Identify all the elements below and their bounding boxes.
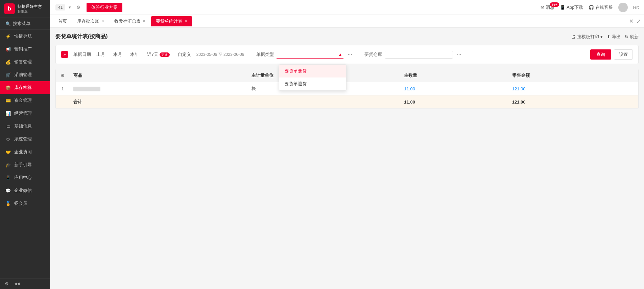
print-btn[interactable]: 🖨 按模板打印 ▾ [571, 34, 603, 40]
refresh-btn[interactable]: ↻ 刷新 [625, 34, 639, 40]
header-dropdown-icon[interactable]: ▾ [69, 5, 71, 10]
sidebar-item-sales[interactable]: 💰 销售管理 [0, 55, 50, 68]
search-icon: 🔍 [5, 21, 11, 26]
user-avatar[interactable] [618, 3, 628, 12]
print-chevron[interactable]: ▾ [600, 34, 603, 39]
tab-label: 要货单统计表 [156, 18, 182, 24]
expand-icon: » [64, 52, 66, 57]
filter-expand-btn[interactable]: » [61, 51, 68, 58]
sidebar-item-collab[interactable]: 🤝 企业协同 [0, 146, 50, 158]
member-icon: 🏅 [5, 201, 11, 206]
refresh-icon: ↻ [625, 34, 628, 39]
collab-icon: 🤝 [5, 150, 11, 155]
date-btn-thismonth[interactable]: 本月 [111, 50, 125, 59]
search-label: 搜索菜单 [13, 21, 30, 27]
system-icon: ⚙ [5, 137, 11, 142]
sidebar-item-finance[interactable]: 💳 资金管理 [0, 94, 50, 107]
marketing-icon: 📢 [5, 47, 11, 52]
tab-expand-icon[interactable]: ⤢ [636, 18, 641, 24]
sidebar-label: 采购管理 [14, 72, 32, 78]
date-label: 单据日期 [73, 51, 91, 58]
warehouse-input[interactable] [385, 51, 453, 59]
header: 41 ▾ ⚙ 体验行业方案 ✉ 消息 99+ 📱 App下载 🎧 在线客服 Ri… [50, 0, 644, 15]
tab-label: 库存批次账 [77, 18, 99, 24]
sidebar-label: 系统管理 [14, 136, 32, 142]
sidebar-item-ops[interactable]: 📊 经营管理 [0, 107, 50, 120]
sidebar-item-member[interactable]: 🏅 畅会员 [0, 197, 50, 210]
type-filter-group: 单据类型 ▲ ··· [256, 51, 352, 59]
sidebar-label: 销售管理 [14, 59, 32, 65]
purchase-icon: 🛒 [5, 72, 11, 77]
sidebar-label: 企业协同 [14, 149, 32, 155]
settings-icon[interactable]: ⚙ [5, 281, 9, 286]
logo-icon: b [4, 3, 15, 14]
col-amount: 零售金额 [508, 69, 638, 82]
table-footer-row: 合计 11.00 121.00 [56, 95, 638, 109]
version-num: 41 [58, 5, 63, 10]
sidebar-label: 企业微信 [14, 187, 32, 194]
sidebar-label: 经营管理 [14, 110, 32, 116]
sidebar-item-quicknav[interactable]: ⚡ 快捷导航 [0, 30, 50, 43]
tab-close-icon[interactable]: ✕ [101, 19, 104, 23]
date-filter-group: 单据日期 上月 本月 本年 近7天 更多 自定义 2023-05-06 至 20… [73, 50, 244, 59]
table-row: 1 块 11.00 121.00 [56, 82, 638, 95]
tab-close-all-icon[interactable]: ✕ [629, 18, 634, 24]
data-table: ⚙ 商品 主计量单位 主数量 零售金额 1 块 [56, 69, 638, 109]
industry-btn[interactable]: 体验行业方案 [87, 3, 122, 12]
tab-close-icon[interactable]: ✕ [143, 19, 146, 23]
msg-badge: 99+ [550, 2, 559, 7]
tab-close-active-icon[interactable]: ✕ [184, 19, 187, 23]
footer-amount: 121.00 [508, 95, 638, 109]
tab-home[interactable]: 首页 [53, 16, 72, 26]
main-content: 41 ▾ ⚙ 体验行业方案 ✉ 消息 99+ 📱 App下载 🎧 在线客服 Ri… [50, 0, 644, 289]
amount-value[interactable]: 121.00 [512, 86, 526, 91]
tab-label: 收发存汇总表 [114, 18, 141, 24]
warehouse-more-icon[interactable]: ··· [457, 51, 461, 58]
header-gear-icon[interactable]: ⚙ [76, 5, 80, 10]
table-wrap: ⚙ 商品 主计量单位 主数量 零售金额 1 块 [55, 69, 639, 109]
print-label: 按模板打印 [577, 34, 599, 40]
date-btn-custom[interactable]: 自定义 [175, 50, 194, 59]
sidebar-label: 应用中心 [14, 175, 32, 181]
basic-icon: 🗂 [5, 124, 11, 129]
date-btn-7days[interactable]: 近7天 更多 [144, 50, 172, 59]
app-icon: 📱 [560, 5, 565, 10]
msg-btn[interactable]: ✉ 消息 99+ [541, 4, 554, 10]
tab-order-stats[interactable]: 要货单统计表 ✕ [151, 16, 192, 26]
collapse-icon[interactable]: ◀◀ [14, 282, 20, 286]
sidebar-item-inventory[interactable]: 📦 库存核算 [0, 81, 50, 94]
wechat-icon: 💬 [5, 188, 11, 193]
sidebar-item-apps[interactable]: 📱 应用中心 [0, 171, 50, 184]
user-name[interactable]: Rit [633, 5, 639, 10]
col-settings-icon[interactable]: ⚙ [61, 73, 65, 78]
sidebar-item-wechat[interactable]: 💬 企业微信 [0, 184, 50, 197]
sidebar-item-system[interactable]: ⚙ 系统管理 [0, 133, 50, 146]
col-settings[interactable]: ⚙ [56, 69, 69, 82]
settings-btn[interactable]: 设置 [614, 49, 633, 60]
guide-icon: 🎓 [5, 162, 11, 168]
app-download-btn[interactable]: 📱 App下载 [560, 4, 583, 10]
sidebar-label: 基础信息 [14, 123, 32, 129]
page-title: 要货单统计表(按商品) [55, 33, 108, 40]
filter-more-icon[interactable]: ··· [348, 51, 352, 58]
tab-summary[interactable]: 收发存汇总表 ✕ [110, 16, 150, 26]
dropdown-item-return[interactable]: 要货单退货 [279, 77, 346, 90]
sidebar-item-purchase[interactable]: 🛒 采购管理 [0, 68, 50, 81]
sidebar-item-marketing[interactable]: 📢 营销推广 [0, 43, 50, 55]
type-input[interactable] [277, 51, 343, 59]
search-menu[interactable]: 🔍 搜索菜单 [0, 18, 50, 30]
sidebar-item-basic[interactable]: 🗂 基础信息 [0, 120, 50, 133]
footer-label: 合计 [69, 95, 247, 109]
refresh-label: 刷新 [630, 34, 639, 40]
footer-qty: 11.00 [400, 95, 508, 109]
tab-batch[interactable]: 库存批次账 ✕ [72, 16, 109, 26]
service-btn[interactable]: 🎧 在线客服 [589, 4, 613, 10]
qty-value[interactable]: 11.00 [404, 86, 415, 91]
export-btn[interactable]: ⬆ 导出 [607, 34, 621, 40]
date-btn-lastmonth[interactable]: 上月 [94, 50, 108, 59]
query-btn[interactable]: 查询 [590, 49, 611, 60]
cell-product [69, 82, 247, 95]
sidebar-item-guide[interactable]: 🎓 新手引导 [0, 158, 50, 171]
dropdown-item-order[interactable]: 要货单要货 [279, 65, 346, 77]
date-btn-thisyear[interactable]: 本年 [127, 50, 142, 59]
